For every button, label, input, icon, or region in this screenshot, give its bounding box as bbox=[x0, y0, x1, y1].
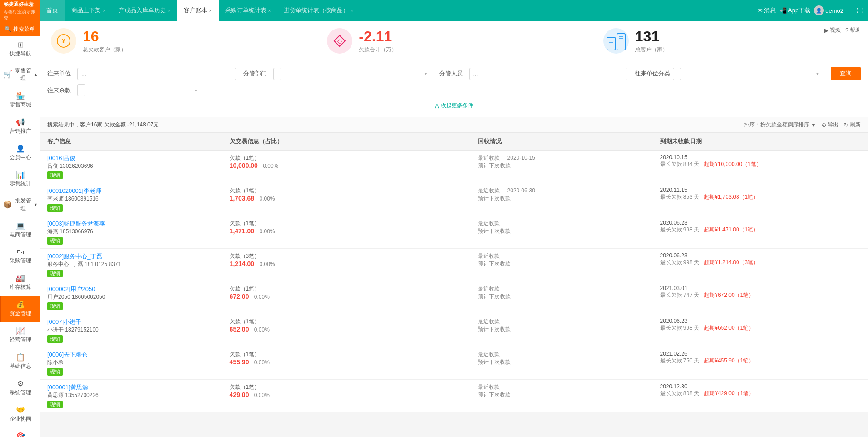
overdue-amount-link[interactable]: 超期¥429.00（1笔） bbox=[704, 390, 754, 397]
due-date: 2020.10.15 bbox=[660, 154, 861, 161]
tab-close-icon[interactable]: × bbox=[351, 8, 353, 13]
sidebar-item-xitong[interactable]: ⚙ 系统管理 bbox=[0, 375, 40, 401]
customer-name-link[interactable]: [0003]畅捷服务尹海燕 bbox=[47, 220, 215, 228]
search-menu[interactable]: 🔍 搜索菜单 bbox=[0, 23, 40, 36]
sidebar-item-lingshangcheng[interactable]: 🏪 零售商城 bbox=[0, 87, 40, 113]
overdue-amount-link[interactable]: 超期¥455.90（1笔） bbox=[704, 357, 754, 364]
customer-tag: 现销 bbox=[47, 204, 63, 212]
minimize-btn[interactable]: — bbox=[847, 7, 853, 14]
sidebar-item-yingxiao[interactable]: 📢 营销推广 bbox=[0, 113, 40, 140]
customer-name-link[interactable]: [0006]去下粮仓 bbox=[47, 351, 215, 359]
customer-name-link[interactable]: [0002]服务中心_丁磊 bbox=[47, 252, 215, 261]
tab-goods-stat[interactable]: 进货单统计表（按商品） × bbox=[277, 0, 360, 21]
sidebar-item-kuaijie[interactable]: ⊞ 快捷导航 bbox=[0, 36, 40, 62]
customer-info-cell: [0003]畅捷服务尹海燕 海燕 18513066976 现销 bbox=[40, 216, 222, 249]
help-btn[interactable]: ? 帮助 bbox=[845, 26, 861, 34]
refresh-icon: ↻ bbox=[844, 122, 848, 128]
balance-select[interactable] bbox=[77, 84, 85, 96]
overdue-amount-link[interactable]: 超期¥652.00（1笔） bbox=[704, 325, 754, 331]
tab-customer-account[interactable]: 客户账本 × bbox=[177, 0, 219, 21]
collapse-row[interactable]: ⋀ 收起更多条件 bbox=[47, 100, 861, 111]
filter-input-person[interactable] bbox=[469, 68, 628, 80]
filter-row-2: 往来余款 ▼ bbox=[47, 84, 861, 96]
customer-phone: 海燕 18513066976 bbox=[47, 228, 93, 235]
customer-info-cell: [0007]小进干 小进干 18279152100 现销 bbox=[40, 314, 222, 347]
sidebar-item-pifa[interactable]: 📦 批发管理 ▼ bbox=[0, 192, 40, 217]
sidebar-item-jingying[interactable]: 📈 经营管理 bbox=[0, 322, 40, 348]
debt-amount[interactable]: 652.00 bbox=[230, 326, 249, 333]
debt-count: 欠款（1笔） bbox=[230, 187, 463, 195]
message-btn[interactable]: ✉ 消息 bbox=[758, 6, 776, 15]
debt-amount[interactable]: 429.00 bbox=[230, 391, 249, 398]
debt-count: 欠款（1笔） bbox=[230, 383, 463, 391]
filter-label-balance: 往来余款 bbox=[47, 86, 75, 95]
sidebar-item-caigou[interactable]: 🛍 采购管理 bbox=[0, 243, 40, 269]
overdue-days: 最长欠款 853 天 bbox=[660, 194, 702, 200]
overdue-amount-link[interactable]: 超期¥1,214.00（3笔） bbox=[704, 259, 758, 266]
sort-selector[interactable]: 排序：按欠款金额倒序排序 ▼ bbox=[744, 121, 816, 129]
customer-info-cell: [000001]黄思源 黄思源 13552700226 现销 bbox=[40, 380, 222, 412]
debt-percent: 0.00% bbox=[254, 326, 270, 333]
app-download-btn[interactable]: 📲 App下载 bbox=[779, 6, 810, 15]
summary-info-1: 16 总欠款客户（家） bbox=[83, 28, 126, 54]
search-button[interactable]: 查询 bbox=[831, 67, 861, 80]
user-avatar[interactable]: 👤 demo2 bbox=[814, 5, 843, 15]
tab-close-icon[interactable]: × bbox=[168, 8, 171, 13]
debt-amount[interactable]: 455.90 bbox=[230, 358, 249, 366]
debt-amount[interactable]: 1,471.00 bbox=[230, 227, 255, 235]
maximize-btn[interactable]: ⛶ bbox=[857, 7, 863, 14]
filter-input-unit[interactable] bbox=[77, 68, 236, 80]
tab-close-icon[interactable]: × bbox=[209, 8, 212, 13]
overdue-amount-link[interactable]: 超期¥672.00（1笔） bbox=[704, 292, 754, 298]
sidebar-item-zijin[interactable]: 💰 资金管理 bbox=[0, 296, 40, 322]
sidebar-item-lingshoutj[interactable]: 📊 零售统计 bbox=[0, 166, 40, 192]
customer-name-link[interactable]: [0001020001]李老师 bbox=[47, 187, 215, 195]
tab-close-icon[interactable]: × bbox=[268, 8, 271, 13]
tab-close-icon[interactable]: × bbox=[103, 8, 105, 13]
tab-product-history[interactable]: 产成品入库单历史 × bbox=[112, 0, 177, 21]
debt-percent: 0.00% bbox=[254, 392, 270, 398]
sidebar-item-lingshou[interactable]: 🛒 零售管理 ▲ bbox=[0, 62, 40, 87]
next-payment: 预计下次收款 bbox=[478, 293, 646, 301]
sidebar-item-kucun[interactable]: 🏭 库存核算 bbox=[0, 269, 40, 296]
customer-name-link[interactable]: [000002]用户2050 bbox=[47, 285, 215, 293]
return-info-cell: 最近收款 预计下次收款 bbox=[471, 249, 653, 281]
table-row: [0003]畅捷服务尹海燕 海燕 18513066976 现销 欠款（1笔） 1… bbox=[40, 216, 868, 249]
debt-amount[interactable]: 1,214.00 bbox=[230, 260, 255, 267]
tab-purchase-order[interactable]: 采购订单统计表 × bbox=[219, 0, 278, 21]
overdue-days: 最长欠款 998 天 bbox=[660, 325, 702, 331]
debt-amount[interactable]: 672.00 bbox=[230, 293, 249, 300]
overdue-info: 最长欠款 853 天 超期¥1,703.68（1笔） bbox=[660, 193, 861, 201]
debt-amount[interactable]: 1,703.68 bbox=[230, 195, 255, 202]
customer-name-link[interactable]: [0016]吕俊 bbox=[47, 154, 215, 162]
big-num-1: 16 bbox=[83, 28, 126, 45]
table-row: [0007]小进干 小进干 18279152100 现销 欠款（1笔） 652.… bbox=[40, 314, 868, 347]
refresh-btn[interactable]: ↻ 刷新 bbox=[844, 121, 861, 129]
due-date-cell: 2020.06.23 最长欠款 998 天 超期¥652.00（1笔） bbox=[653, 314, 868, 347]
nav-icon: 📋 bbox=[3, 353, 38, 362]
sidebar-item-qiye[interactable]: 🤝 企业协同 bbox=[0, 401, 40, 427]
filter-item-category: 往来单位分类 ▼ bbox=[635, 68, 823, 80]
sidebar-item-xinshou[interactable]: 🎯 新手引导 bbox=[0, 427, 40, 437]
export-btn[interactable]: ⊙ 导出 bbox=[822, 121, 838, 129]
customer-name-link[interactable]: [000001]黄思源 bbox=[47, 383, 215, 392]
nav-icon: 🏭 bbox=[3, 274, 38, 282]
overdue-amount-link[interactable]: 超期¥10,000.00（1笔） bbox=[704, 161, 762, 167]
category-select[interactable] bbox=[673, 68, 681, 80]
next-payment: 预计下次收款 bbox=[478, 195, 646, 202]
overdue-amount-link[interactable]: 超期¥1,703.68（1笔） bbox=[704, 194, 758, 200]
results-bar-right: 排序：按欠款金额倒序排序 ▼ ⊙ 导出 ↻ 刷新 bbox=[744, 121, 861, 129]
sidebar-item-dianshang[interactable]: 💻 电商管理 bbox=[0, 217, 40, 243]
sidebar-item-jichu[interactable]: 📋 基础信息 bbox=[0, 348, 40, 375]
customer-name-link[interactable]: [0007]小进干 bbox=[47, 318, 215, 326]
debt-amount[interactable]: 10,000.00 bbox=[230, 162, 258, 169]
sidebar-item-huiyuan[interactable]: 👤 会员中心 bbox=[0, 140, 40, 166]
debt-count: 欠款（3笔） bbox=[230, 252, 463, 260]
summary-row: ¥ 16 总欠款客户（家） ◇ -2.11 欠款合计（万） bbox=[40, 21, 868, 61]
video-btn[interactable]: ▶ 视频 bbox=[824, 26, 841, 34]
overdue-amount-link[interactable]: 超期¥1,471.00（1笔） bbox=[704, 226, 758, 233]
tab-home[interactable]: 首页 bbox=[40, 0, 65, 21]
tab-product-off[interactable]: 商品上下架 × bbox=[65, 0, 112, 21]
main-table: 客户信息 欠交易信息（占比） 回收情况 到期未收款日期 [0016]吕俊 吕俊 … bbox=[40, 133, 868, 412]
dept-select[interactable] bbox=[273, 68, 281, 80]
